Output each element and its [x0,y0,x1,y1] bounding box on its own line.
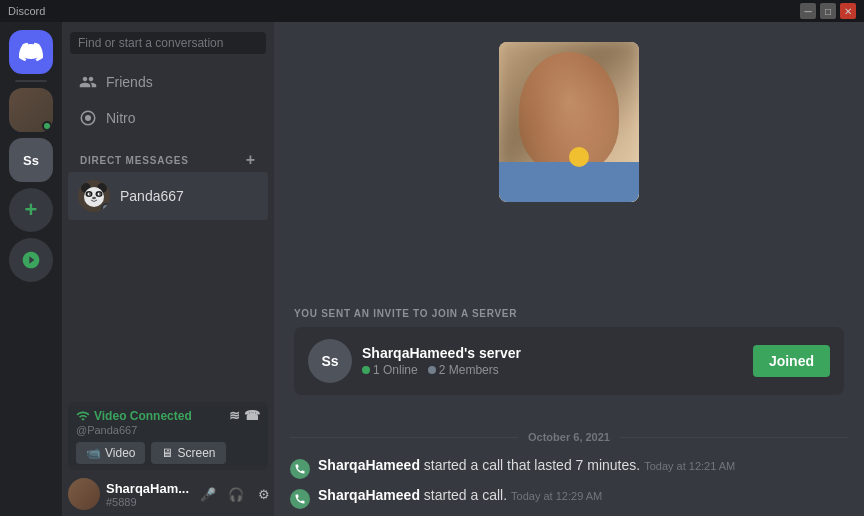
joined-button[interactable]: Joined [753,345,830,377]
screen-icon: 🖥 [161,446,173,460]
mic-button[interactable]: 🎤 [195,481,221,507]
bottom-user-avatar [68,478,100,510]
invite-section: YOU SENT AN INVITE TO JOIN A SERVER Ss S… [274,292,864,411]
members-indicator: 2 Members [428,363,499,377]
search-input[interactable] [78,36,258,50]
svg-point-10 [89,193,90,194]
nitro-label: Nitro [106,110,136,126]
date-line-left [290,437,518,438]
title-bar-title: Discord [8,5,45,17]
video-placeholder [499,42,639,202]
status-user-label: @Panda667 [76,424,260,436]
invite-card: Ss SharqaHameed's server 1 Online 2 Memb… [294,327,844,395]
user-controls: 🎤 🎧 ⚙ [195,481,277,507]
dm-sidebar: Friends Nitro Direct MESSAGES + [62,22,274,516]
video-connected-section: Video Connected ≋ ☎ @Panda667 📹 Video 🖥 … [68,402,268,470]
message-1: SharqaHameed started a call that lasted … [290,455,848,481]
dm-user-panda667[interactable]: Panda667 [68,172,268,220]
status-actions: 📹 Video 🖥 Screen [76,442,260,464]
video-connected-status: Video Connected ≋ ☎ [76,408,260,423]
message-2: SharqaHameed started a call.Today at 12:… [290,485,848,511]
message-time-1: Today at 12:21 AM [644,460,735,472]
call-icon-1 [290,459,310,479]
invite-server-icon: Ss [308,339,352,383]
friends-label: Friends [106,74,153,90]
dm-add-button[interactable]: + [246,152,256,168]
close-button[interactable]: ✕ [840,3,856,19]
title-bar-controls: ─ □ ✕ [800,3,856,19]
friends-icon [78,72,98,92]
status-dot [42,121,52,131]
date-text: October 6, 2021 [528,431,610,443]
bottom-user-name: SharqaHam... [106,481,189,496]
dm-section-label: Direct MESSAGES [80,155,189,166]
members-dot [428,366,436,374]
server-ss-icon[interactable]: Ss [9,138,53,182]
nav-item-nitro[interactable]: Nitro [70,100,266,136]
svg-point-1 [85,115,91,121]
svg-point-12 [92,197,96,199]
message-text-2: SharqaHameed started a call.Today at 12:… [318,487,602,503]
search-bar [62,22,274,64]
server-separator [15,80,47,82]
video-connected-label: Video Connected [94,409,192,423]
title-bar: Discord ─ □ ✕ [0,0,864,22]
call-icon-2 [290,489,310,509]
headphone-button[interactable]: 🎧 [223,481,249,507]
online-dot [362,366,370,374]
svg-point-11 [99,193,100,194]
message-content-2: started a call. [420,487,507,503]
panda667-avatar [78,180,110,212]
video-icon: 📹 [86,446,101,460]
video-area [274,22,864,292]
bottom-user-section: SharqaHam... #5889 🎤 🎧 ⚙ [62,472,274,516]
date-divider: October 6, 2021 [290,431,848,443]
panda667-name: Panda667 [120,188,184,204]
video-button[interactable]: 📹 Video [76,442,145,464]
date-line-right [620,437,848,438]
invite-meta: 1 Online 2 Members [362,363,743,377]
phone-icon[interactable]: ☎ [244,408,260,423]
message-content-1: started a call that lasted 7 minutes. [420,457,640,473]
search-input-wrap[interactable] [70,32,266,54]
screen-button[interactable]: 🖥 Screen [151,442,225,464]
dm-section: Direct MESSAGES + [62,136,274,398]
chat-messages: October 6, 2021 SharqaHameed started a c… [274,411,864,516]
add-server-button[interactable]: + [9,188,53,232]
waveform-icon[interactable]: ≋ [229,408,240,423]
message-user-2: SharqaHameed [318,487,420,503]
discord-home-icon[interactable] [9,30,53,74]
discover-icon[interactable] [9,238,53,282]
main-layout: Ss + Fr [0,22,864,516]
online-indicator: 1 Online [362,363,418,377]
video-yellow-dot [569,147,589,167]
title-bar-left: Discord [8,5,45,17]
invite-server-name: SharqaHameed's server [362,345,743,361]
maximize-button[interactable]: □ [820,3,836,19]
signal-icon [76,409,90,423]
minimize-button[interactable]: ─ [800,3,816,19]
bottom-user-info: SharqaHam... #5889 [106,481,189,508]
user-avatar-icon[interactable] [9,88,53,132]
server-rail: Ss + [0,22,62,516]
chat-area: YOU SENT AN INVITE TO JOIN A SERVER Ss S… [274,22,864,516]
message-time-2: Today at 12:29 AM [511,490,602,502]
nav-items: Friends Nitro [62,64,274,136]
dm-section-header: Direct MESSAGES + [62,136,274,172]
message-text-1: SharqaHameed started a call that lasted … [318,457,735,473]
panda667-status [101,203,110,212]
bottom-user-tag: #5889 [106,496,189,508]
nitro-icon [78,108,98,128]
invite-info: SharqaHameed's server 1 Online 2 Members [362,345,743,377]
video-shirt [499,162,639,202]
nav-item-friends[interactable]: Friends [70,64,266,100]
invite-label: YOU SENT AN INVITE TO JOIN A SERVER [294,308,844,319]
message-user-1: SharqaHameed [318,457,420,473]
